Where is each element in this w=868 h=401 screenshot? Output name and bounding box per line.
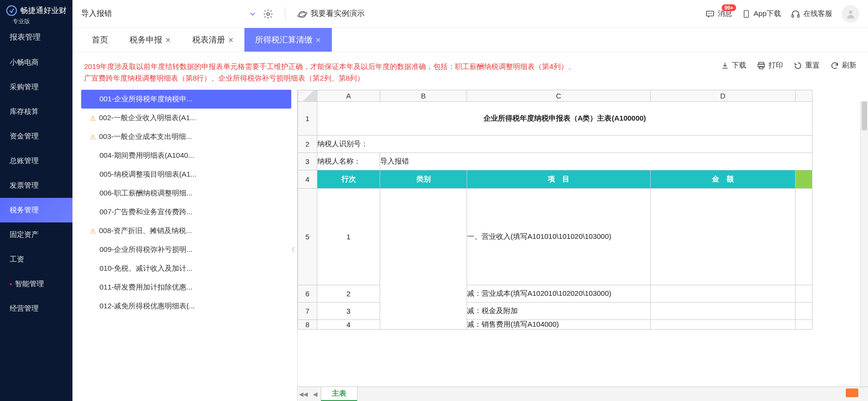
gear-icon[interactable] [263, 9, 273, 19]
sheet-title[interactable]: 企业所得税年度纳税申报表（A类）主表(A100000) [317, 102, 812, 136]
scrollbar-thumb[interactable] [862, 101, 867, 130]
nav-item[interactable]: 资金管理 [0, 124, 72, 149]
svg-point-12 [849, 10, 852, 14]
sheet-grid[interactable]: A B C D 1 企业所得税年度纳税申报表（A类）主表(A100000) [298, 90, 868, 387]
row-header[interactable]: 1 [298, 102, 317, 136]
tree-item[interactable]: ⚠003-一般企业成本支出明细... [81, 127, 291, 146]
cell-extra[interactable] [796, 189, 812, 285]
cell-seq[interactable]: 1 [317, 189, 380, 285]
grid-corner[interactable] [298, 90, 317, 102]
col-header-a[interactable]: A [317, 90, 380, 102]
col-header-c[interactable]: C [467, 90, 651, 102]
chevron-down-icon[interactable] [245, 10, 260, 18]
cell-seq[interactable]: 3 [317, 303, 380, 320]
download-button[interactable]: 下载 [721, 61, 746, 70]
close-icon[interactable]: ✕ [228, 36, 234, 44]
cell-item[interactable]: 一、营业收入(填写A101010\101020\103000) [467, 189, 651, 285]
org-selector[interactable]: 导入报错 [81, 9, 245, 19]
tree-item-label: 007-广告费和业务宣传费跨... [100, 207, 193, 217]
demo-link[interactable]: 我要看实例演示 [297, 9, 365, 19]
tree-item-label: 012-减免所得税优惠明细表(... [100, 302, 195, 311]
taxpayer-id-label[interactable]: 纳税人识别号： [317, 136, 812, 153]
row-header[interactable]: 8 [298, 320, 317, 330]
tree-item[interactable]: 012-减免所得税优惠明细表(... [81, 297, 291, 316]
nav-item[interactable]: 采购管理 [0, 75, 72, 99]
messages-button[interactable]: 消息 99+ [705, 9, 732, 19]
cell-amount[interactable] [651, 320, 796, 330]
print-button[interactable]: 打印 [757, 61, 783, 70]
col-header-e[interactable] [796, 90, 812, 102]
refresh-button[interactable]: 刷新 [830, 61, 856, 70]
tree-item[interactable]: 010-免税、减计收入及加计... [81, 259, 291, 278]
nav-item[interactable]: 固定资产 [0, 222, 72, 247]
col-header-d[interactable]: D [651, 90, 796, 102]
nav-item[interactable]: 总账管理 [0, 149, 72, 173]
cell-item[interactable]: 减：税金及附加 [467, 303, 651, 320]
cell-amount[interactable] [651, 285, 796, 303]
customer-service-button[interactable]: 在线客服 [791, 9, 832, 19]
topbar-right: 消息 99+ App下载 在线客服 [705, 5, 859, 23]
cell-item[interactable]: 减：销售费用(填写A104000) [467, 320, 651, 330]
tree-item[interactable]: 009-企业所得税弥补亏损明... [81, 240, 291, 259]
cell-extra[interactable] [796, 303, 812, 320]
nav-item-cut[interactable]: 报表管理 [0, 29, 72, 50]
tree-item[interactable]: 005-纳税调整项目明细表(A1... [81, 165, 291, 184]
cell-item[interactable]: 减：营业成本(填写A102010\102020\103000) [467, 285, 651, 303]
tree-item[interactable]: 011-研发费用加计扣除优惠... [81, 278, 291, 297]
tree-item[interactable]: 001-企业所得税年度纳税申... [81, 90, 291, 109]
taxpayer-name-label[interactable]: 纳税人名称： [317, 153, 380, 170]
nav-item[interactable]: 智能管理 [0, 272, 72, 296]
header-seq[interactable]: 行次 [317, 170, 380, 189]
header-extra[interactable] [796, 170, 812, 189]
nav-item[interactable]: 经营管理 [0, 296, 72, 321]
notice-text: 2019年度涉及取以前年度结转数据的申报表单元格需要手工维护正确，才能保证本年及… [84, 61, 577, 84]
row-header[interactable]: 6 [298, 285, 317, 303]
chat-icon [705, 9, 715, 19]
row-header[interactable]: 2 [298, 136, 317, 153]
cell-seq[interactable]: 2 [317, 285, 380, 303]
taxpayer-name-value[interactable]: 导入报错 [380, 153, 812, 170]
scrollbar-vertical[interactable] [860, 101, 868, 387]
cell-seq[interactable]: 4 [317, 320, 380, 330]
nav-item[interactable]: 发票管理 [0, 173, 72, 198]
collapse-handle-icon[interactable]: 《 [289, 246, 295, 254]
header-category[interactable]: 类别 [380, 170, 467, 189]
cell-category[interactable] [380, 189, 467, 330]
tab[interactable]: 税务申报✕ [119, 28, 182, 52]
cell-extra[interactable] [796, 320, 812, 330]
tab[interactable]: 所得税汇算清缴✕ [244, 28, 332, 52]
avatar[interactable] [842, 5, 859, 23]
tree-item[interactable]: 004-期间费用明细表(A1040... [81, 146, 291, 165]
col-header-b[interactable]: B [380, 90, 467, 102]
row-header[interactable]: 7 [298, 303, 317, 320]
tree-item[interactable]: ⚠002-一般企业收入明细表(A1... [81, 109, 291, 127]
float-widget-icon[interactable] [846, 388, 858, 397]
reset-button[interactable]: 重置 [794, 61, 820, 70]
svg-rect-15 [759, 66, 763, 69]
nav-item[interactable]: 税务管理 [0, 198, 72, 222]
sheet-nav-prev-icon[interactable]: ◀ [309, 391, 321, 398]
tree-item[interactable]: ⚠008-资产折旧、摊销及纳税... [81, 221, 291, 240]
download-label: 下载 [732, 61, 746, 70]
app-download-button[interactable]: App下载 [742, 9, 781, 19]
nav-item[interactable]: 小畅电商 [0, 50, 72, 75]
close-icon[interactable]: ✕ [165, 36, 171, 44]
row-header[interactable]: 5 [298, 189, 317, 285]
header-item[interactable]: 项 目 [467, 170, 651, 189]
tab[interactable]: 首页 [81, 28, 119, 52]
cell-amount[interactable] [651, 189, 796, 285]
sheet-tab[interactable]: 主表 [321, 387, 357, 401]
cell-extra[interactable] [796, 285, 812, 303]
content: 2019年度涉及取以前年度结转数据的申报表单元格需要手工维护正确，才能保证本年及… [72, 52, 868, 401]
header-amount[interactable]: 金 额 [651, 170, 796, 189]
row-header[interactable]: 4 [298, 170, 317, 189]
tree-item[interactable]: 006-职工薪酬纳税调整明细... [81, 184, 291, 203]
sheet-nav-first-icon[interactable]: ◀◀ [298, 391, 309, 398]
cell-amount[interactable] [651, 303, 796, 320]
nav-item[interactable]: 工资 [0, 247, 72, 272]
nav-item[interactable]: 库存核算 [0, 99, 72, 124]
row-header[interactable]: 3 [298, 153, 317, 170]
close-icon[interactable]: ✕ [315, 36, 321, 44]
tab[interactable]: 税表清册✕ [182, 28, 244, 52]
tree-item[interactable]: 007-广告费和业务宣传费跨... [81, 203, 291, 221]
